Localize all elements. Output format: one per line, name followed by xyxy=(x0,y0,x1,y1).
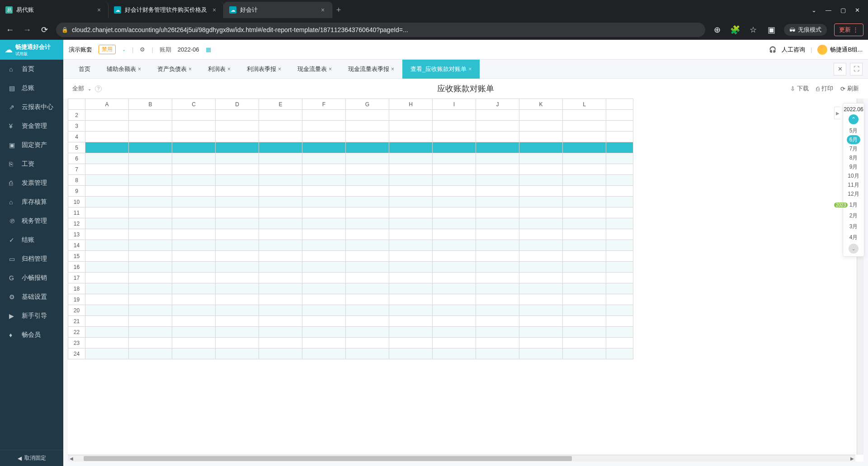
cell[interactable] xyxy=(476,110,519,121)
cell[interactable] xyxy=(346,294,389,305)
cell[interactable] xyxy=(433,175,476,186)
close-icon[interactable]: × xyxy=(138,66,141,72)
cell[interactable] xyxy=(302,186,346,197)
cell[interactable] xyxy=(563,251,606,262)
cell[interactable] xyxy=(433,294,476,305)
cell[interactable] xyxy=(129,197,172,207)
sheet-table[interactable]: ABCDEFGHIJKL2345678910111213141516171819… xyxy=(68,99,633,359)
sidebar-item[interactable]: ✓结账 xyxy=(0,231,63,249)
cell[interactable] xyxy=(433,218,476,229)
cell[interactable] xyxy=(302,132,346,142)
cell[interactable] xyxy=(606,294,633,305)
cell[interactable] xyxy=(519,283,563,294)
cell[interactable] xyxy=(563,294,606,305)
cell[interactable] xyxy=(85,305,129,316)
row-header[interactable]: 6 xyxy=(68,153,85,164)
cell[interactable] xyxy=(433,197,476,207)
cell[interactable] xyxy=(172,327,216,338)
cell[interactable] xyxy=(302,164,346,175)
cell[interactable] xyxy=(476,327,519,338)
nav-tab[interactable]: 辅助余额表× xyxy=(99,60,149,79)
col-header[interactable]: J xyxy=(476,99,519,110)
cell[interactable] xyxy=(389,218,433,229)
cell[interactable] xyxy=(476,121,519,132)
cell[interactable] xyxy=(302,262,346,273)
extension-icon[interactable]: 🧩 xyxy=(730,24,741,35)
cell[interactable] xyxy=(346,273,389,283)
cell[interactable] xyxy=(129,327,172,338)
col-header[interactable]: A xyxy=(85,99,129,110)
cell[interactable] xyxy=(389,348,433,359)
cell[interactable] xyxy=(302,110,346,121)
cell[interactable] xyxy=(389,316,433,327)
cell[interactable] xyxy=(563,164,606,175)
support-label[interactable]: 人工咨询 xyxy=(782,46,805,54)
cell[interactable] xyxy=(433,207,476,218)
cell[interactable] xyxy=(85,240,129,251)
cell[interactable] xyxy=(172,305,216,316)
back-icon[interactable]: ← xyxy=(5,24,15,35)
cell[interactable] xyxy=(606,121,633,132)
cell[interactable] xyxy=(216,240,259,251)
cell[interactable] xyxy=(302,283,346,294)
cell[interactable] xyxy=(476,175,519,186)
cell[interactable] xyxy=(519,348,563,359)
close-all-button[interactable]: ✕ xyxy=(834,63,846,75)
row-header[interactable]: 3 xyxy=(68,121,85,132)
cell[interactable] xyxy=(172,240,216,251)
period-month[interactable]: 12月 xyxy=(847,189,860,198)
cell[interactable] xyxy=(476,197,519,207)
cell[interactable] xyxy=(346,207,389,218)
cell[interactable] xyxy=(302,218,346,229)
cell[interactable] xyxy=(302,273,346,283)
sidebar-item[interactable]: ▣固定资产 xyxy=(0,136,63,155)
cell[interactable] xyxy=(606,348,633,359)
cell[interactable] xyxy=(216,197,259,207)
cell[interactable] xyxy=(302,240,346,251)
cell[interactable] xyxy=(606,142,633,153)
cell[interactable] xyxy=(346,197,389,207)
cell[interactable] xyxy=(302,121,346,132)
cell[interactable] xyxy=(563,338,606,348)
cell[interactable] xyxy=(129,283,172,294)
col-header[interactable]: H xyxy=(389,99,433,110)
cell[interactable] xyxy=(606,218,633,229)
cell[interactable] xyxy=(302,207,346,218)
cell[interactable] xyxy=(172,338,216,348)
cell[interactable] xyxy=(389,262,433,273)
cell[interactable] xyxy=(519,305,563,316)
row-header[interactable]: 13 xyxy=(68,229,85,240)
cell[interactable] xyxy=(259,273,302,283)
cell[interactable] xyxy=(302,251,346,262)
cell[interactable] xyxy=(476,164,519,175)
cell[interactable] xyxy=(216,338,259,348)
cell[interactable] xyxy=(606,207,633,218)
cell[interactable] xyxy=(172,348,216,359)
close-icon[interactable]: × xyxy=(468,66,472,72)
cell[interactable] xyxy=(346,305,389,316)
cell[interactable] xyxy=(563,186,606,197)
fullscreen-button[interactable]: ⛶ xyxy=(850,63,863,75)
cell[interactable] xyxy=(563,121,606,132)
corner-cell[interactable] xyxy=(68,99,85,110)
cell[interactable] xyxy=(172,229,216,240)
cell[interactable] xyxy=(519,251,563,262)
cell[interactable] xyxy=(259,283,302,294)
cell[interactable] xyxy=(563,327,606,338)
cell[interactable] xyxy=(346,240,389,251)
cell[interactable] xyxy=(476,153,519,164)
cell[interactable] xyxy=(433,273,476,283)
cell[interactable] xyxy=(216,175,259,186)
cell[interactable] xyxy=(433,121,476,132)
row-header[interactable]: 15 xyxy=(68,251,85,262)
filter-label[interactable]: 全部 xyxy=(72,85,84,93)
refresh-button[interactable]: ⟳刷新 xyxy=(840,85,859,93)
cell[interactable] xyxy=(346,338,389,348)
row-header[interactable]: 2 xyxy=(68,110,85,121)
cell[interactable] xyxy=(172,164,216,175)
cell[interactable] xyxy=(259,110,302,121)
cell[interactable] xyxy=(129,262,172,273)
cell[interactable] xyxy=(172,207,216,218)
cell[interactable] xyxy=(346,121,389,132)
row-header[interactable]: 10 xyxy=(68,197,85,207)
